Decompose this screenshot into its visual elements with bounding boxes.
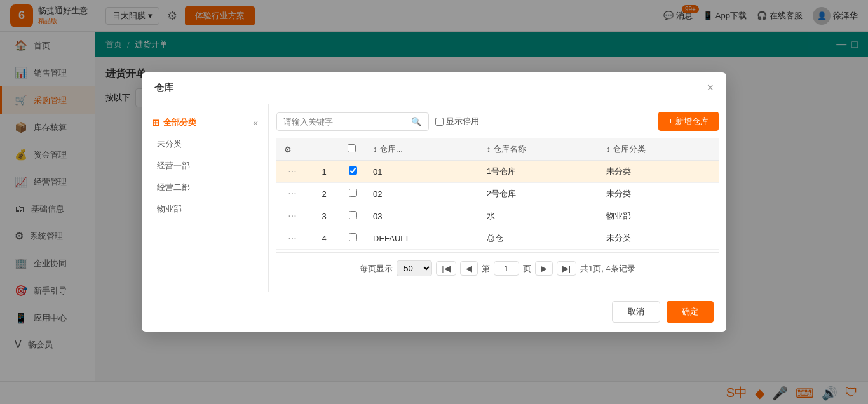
row-code: 03 <box>365 205 479 227</box>
page-unit: 页 <box>523 263 531 274</box>
table-body: ··· 1 01 1号仓库 未分类 ··· 2 02 2号仓库 未分类 ··· <box>276 161 719 250</box>
th-code: ↕ 仓库... <box>365 138 479 161</box>
category-unclassified[interactable]: 未分类 <box>142 133 268 155</box>
table-row[interactable]: ··· 1 01 1号仓库 未分类 <box>276 161 719 183</box>
category-dept2[interactable]: 经营二部 <box>142 177 268 198</box>
row-checkbox[interactable] <box>349 189 357 197</box>
table-row[interactable]: ··· 4 DEFAULT 总仓 未分类 <box>276 227 719 250</box>
cancel-button[interactable]: 取消 <box>612 301 660 323</box>
row-code: 01 <box>365 161 479 183</box>
page-number-input[interactable] <box>494 261 519 276</box>
dialog-main-panel: 🔍 显示停用 + 新增仓库 ⚙ <box>269 104 726 292</box>
per-page-label: 每页显示 <box>360 263 393 274</box>
row-code: DEFAULT <box>365 227 479 250</box>
row-name: 2号仓库 <box>479 183 599 205</box>
dialog-footer: 取消 确定 <box>142 292 726 332</box>
row-name: 总仓 <box>479 227 599 250</box>
first-page-button[interactable]: |◀ <box>436 261 456 276</box>
row-index: 3 <box>308 205 340 227</box>
next-page-button[interactable]: ▶ <box>535 261 553 276</box>
collapse-button[interactable]: « <box>253 118 258 128</box>
search-icon: 🔍 <box>411 117 422 126</box>
row-action-button[interactable]: ··· <box>288 210 296 222</box>
row-actions: ··· <box>276 161 308 183</box>
th-settings: ⚙ <box>276 138 308 161</box>
row-action-button[interactable]: ··· <box>288 232 296 244</box>
row-actions: ··· <box>276 183 308 205</box>
row-category: 未分类 <box>599 161 719 183</box>
total-info: 共1页, 4条记录 <box>580 263 635 274</box>
row-actions: ··· <box>276 205 308 227</box>
row-checkbox[interactable] <box>349 211 357 219</box>
row-checkbox[interactable] <box>349 166 357 175</box>
row-index: 1 <box>308 161 340 183</box>
page-label: 第 <box>482 263 490 274</box>
dialog-title: 仓库 <box>154 82 173 94</box>
table-row[interactable]: ··· 2 02 2号仓库 未分类 <box>276 183 719 205</box>
row-checkbox-cell <box>340 205 365 227</box>
th-name: ↕ 仓库名称 <box>479 138 599 161</box>
show-disabled-label: 显示停用 <box>435 116 479 127</box>
all-categories-label: 全部分类 <box>163 117 196 128</box>
sort-name-icon: ↕ <box>487 144 491 154</box>
row-category: 物业部 <box>599 205 719 227</box>
sort-cat-icon: ↕ <box>606 144 611 154</box>
category-panel: ⊞ 全部分类 « 未分类 经营一部 经营二部 物业部 <box>142 104 269 292</box>
th-index <box>308 138 340 161</box>
warehouse-table: ⚙ ↕ 仓库... ↕ 仓库名称 <box>276 138 719 250</box>
settings-icon: ⚙ <box>284 145 292 154</box>
row-index: 4 <box>308 227 340 250</box>
category-dept1[interactable]: 经营一部 <box>142 155 268 177</box>
row-name: 1号仓库 <box>479 161 599 183</box>
row-checkbox-cell <box>340 161 365 183</box>
select-all-checkbox[interactable] <box>348 144 356 152</box>
table-container: ⚙ ↕ 仓库... ↕ 仓库名称 <box>276 138 719 250</box>
row-action-button[interactable]: ··· <box>288 188 296 199</box>
th-category: ↕ 仓库分类 <box>599 138 719 161</box>
prev-page-button[interactable]: ◀ <box>460 261 478 276</box>
row-code: 02 <box>365 183 479 205</box>
search-button[interactable]: 🔍 <box>405 113 428 130</box>
show-disabled-checkbox[interactable] <box>435 118 444 126</box>
row-actions: ··· <box>276 227 308 250</box>
row-name: 水 <box>479 205 599 227</box>
per-page-select[interactable]: 50 100 <box>397 260 432 276</box>
table-header: ⚙ ↕ 仓库... ↕ 仓库名称 <box>276 138 719 161</box>
last-page-button[interactable]: ▶| <box>557 261 576 276</box>
dialog-close-button[interactable]: × <box>707 81 714 95</box>
category-property[interactable]: 物业部 <box>142 198 268 220</box>
row-checkbox[interactable] <box>349 233 357 241</box>
warehouse-dialog: 仓库 × ⊞ 全部分类 « 未分类 经营一部 经营二部 物业部 <box>142 72 726 332</box>
all-categories-item[interactable]: ⊞ 全部分类 « <box>142 112 268 133</box>
row-checkbox-cell <box>340 227 365 250</box>
pagination: 每页显示 50 100 |◀ ◀ 第 页 ▶ ▶| 共1页, 4条记录 <box>276 252 719 284</box>
sort-icon: ↕ <box>373 144 377 154</box>
grid-icon: ⊞ <box>152 118 159 128</box>
dialog-body: ⊞ 全部分类 « 未分类 经营一部 经营二部 物业部 🔍 <box>142 104 726 292</box>
row-index: 2 <box>308 183 340 205</box>
dialog-header: 仓库 × <box>142 72 726 104</box>
th-check <box>340 138 365 161</box>
row-category: 未分类 <box>599 183 719 205</box>
row-action-button[interactable]: ··· <box>288 166 296 177</box>
table-row[interactable]: ··· 3 03 水 物业部 <box>276 205 719 227</box>
search-input[interactable] <box>277 113 405 130</box>
dialog-overlay: 仓库 × ⊞ 全部分类 « 未分类 经营一部 经营二部 物业部 <box>0 0 868 404</box>
row-checkbox-cell <box>340 183 365 205</box>
search-row: 🔍 显示停用 + 新增仓库 <box>276 112 719 131</box>
add-warehouse-button[interactable]: + 新增仓库 <box>658 112 719 131</box>
search-box: 🔍 <box>276 112 429 131</box>
confirm-button[interactable]: 确定 <box>667 301 714 323</box>
row-category: 未分类 <box>599 227 719 250</box>
